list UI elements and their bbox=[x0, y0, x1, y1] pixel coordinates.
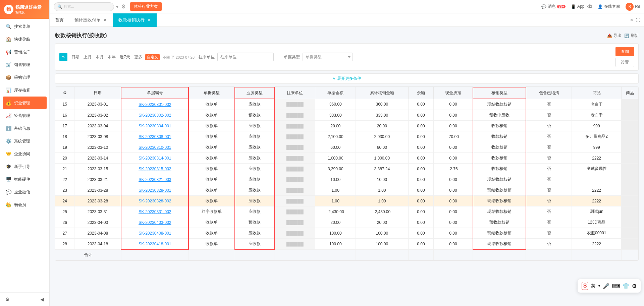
bill-no-link[interactable]: SK-20230304-001 bbox=[139, 124, 171, 128]
date-btn-this-year[interactable]: 本年 bbox=[106, 54, 117, 61]
float-mic-icon[interactable]: 🎤 bbox=[603, 283, 609, 289]
float-grid-icon[interactable]: ⚙ bbox=[632, 283, 637, 289]
bill-no-link[interactable]: SK-20230314-001 bbox=[139, 156, 171, 161]
sidebar-item-search[interactable]: 🔍 搜索菜单 bbox=[0, 20, 49, 33]
unit-filter-input[interactable] bbox=[217, 53, 274, 61]
bill-no-link[interactable]: SK-20230408-001 bbox=[139, 231, 171, 236]
cell-date: 2023-03-14 bbox=[74, 153, 121, 164]
cell-biz-type: 应收款 bbox=[235, 185, 274, 196]
sidebar-item-hardware[interactable]: 🖥️ 智能硬件 bbox=[0, 173, 49, 186]
sidebar-item-member[interactable]: 👑 畅会员 bbox=[0, 198, 49, 211]
cell-cumul-cancel: 20.00 bbox=[356, 121, 408, 131]
col-header-cancel-type[interactable]: 核销类型 bbox=[473, 87, 526, 99]
col-header-bill-type[interactable]: 单据类型 bbox=[189, 87, 235, 99]
bill-no-link[interactable]: SK-20230418-001 bbox=[139, 242, 171, 246]
col-header-date[interactable]: 日期 bbox=[74, 87, 121, 99]
float-s-icon[interactable]: S bbox=[582, 282, 589, 290]
sidebar-item-system[interactable]: ⚙️ 系统管理 bbox=[0, 135, 49, 147]
cell-bill-amount: -2,430.00 bbox=[315, 206, 356, 217]
collapse-icon[interactable]: ◀ bbox=[40, 297, 44, 302]
sidebar-item-finance[interactable]: 💰 资金管理 bbox=[3, 97, 47, 109]
cell-include-settled: 否 bbox=[526, 131, 572, 142]
float-shirt-icon[interactable]: 👕 bbox=[623, 283, 629, 289]
date-btn-more[interactable]: 更多 bbox=[133, 54, 144, 61]
bill-no-link[interactable]: SK-20230328-002 bbox=[139, 199, 171, 203]
date-btn-this-month[interactable]: 本月 bbox=[94, 54, 105, 61]
cell-cumul-cancel: 1.00 bbox=[356, 196, 408, 206]
sidebar-item-newbie[interactable]: 🎓 新手引导 bbox=[0, 160, 49, 173]
sidebar-item-basic[interactable]: ℹ️ 基础信息 bbox=[0, 122, 49, 135]
bill-no-link[interactable]: SK-20230301-002 bbox=[139, 102, 171, 107]
tab-home[interactable]: 首页 bbox=[50, 13, 69, 27]
cell-bill-amount: 100.00 bbox=[315, 228, 356, 239]
tab-receipt-exec[interactable]: 收款核销执行 ✕ bbox=[113, 13, 157, 27]
float-ying-icon[interactable]: 英 bbox=[591, 283, 595, 289]
date-btn-7days[interactable]: 近7天 bbox=[118, 54, 131, 61]
col-header-unit[interactable]: 往来单位 bbox=[274, 87, 315, 99]
expand-more-button[interactable]: ∨ 展开更多条件 bbox=[55, 73, 639, 84]
bill-no-link[interactable]: SK-20230302-002 bbox=[139, 113, 171, 118]
cell-unit: ██████ bbox=[274, 164, 315, 174]
export-button[interactable]: 📤 导出 bbox=[607, 33, 622, 39]
unit-more-icon[interactable]: ... bbox=[276, 55, 280, 59]
bill-no-link[interactable]: SK-20230308-001 bbox=[139, 134, 171, 139]
message-button[interactable]: 💬 消息 99+ bbox=[541, 4, 566, 9]
tab-maximize-icon[interactable]: ⛶ bbox=[636, 18, 640, 22]
filter-toggle-button[interactable]: » bbox=[59, 53, 67, 61]
col-header-balance[interactable]: 余额 bbox=[408, 87, 434, 99]
col-header-bill-amount[interactable]: 单据金额 bbox=[315, 87, 356, 99]
data-table: ⚙ 日期 单据编号 单据类型 业务类型 往来单位 单据金额 累计核销金额 余额 … bbox=[55, 87, 638, 260]
settings-icon[interactable]: ⚙ bbox=[5, 297, 10, 302]
filter-setting-button[interactable]: 设置 bbox=[615, 58, 634, 67]
float-dot-icon[interactable]: • bbox=[598, 283, 600, 289]
date-custom-button[interactable]: 自定义 bbox=[145, 54, 160, 60]
query-button[interactable]: 查询 bbox=[615, 47, 634, 56]
table-row: 25 2023-03-31 SK-20230331-002 红字收款单 应收款 … bbox=[55, 206, 638, 217]
tab-prepay[interactable]: 预计应收付单 ✕ bbox=[69, 13, 113, 27]
bill-no-link[interactable]: SK-20230328-001 bbox=[139, 188, 171, 193]
col-header-biz-type[interactable]: 业务类型 bbox=[235, 87, 274, 99]
bill-no-link[interactable]: SK-20230403-002 bbox=[139, 220, 171, 225]
bill-no-link[interactable]: SK-20230331-002 bbox=[139, 209, 171, 214]
col-header-product2[interactable]: 商品 bbox=[622, 87, 638, 99]
type-filter-select[interactable]: 单据类型 bbox=[303, 53, 353, 61]
date-btn-last-month[interactable]: 上月 bbox=[82, 54, 93, 61]
cell-product2 bbox=[622, 110, 638, 121]
sidebar-item-purchase[interactable]: 📦 采购管理 bbox=[0, 71, 49, 84]
bill-no-link[interactable]: SK-20230315-002 bbox=[139, 167, 171, 171]
col-header-cash-discount[interactable]: 现金折扣 bbox=[434, 87, 473, 99]
inventory-icon: 📊 bbox=[5, 87, 11, 93]
col-header-cumul-cancel[interactable]: 累计核销金额 bbox=[356, 87, 408, 99]
search-box[interactable]: 🔍 搜索... bbox=[54, 2, 114, 11]
online-service-button[interactable]: 👤 在线客服 bbox=[598, 4, 620, 9]
sidebar-item-operations[interactable]: 📈 经营管理 bbox=[0, 109, 49, 122]
cell-product: 2222 bbox=[572, 153, 622, 164]
sidebar-item-marketing[interactable]: 📢 营销推广 bbox=[0, 46, 49, 58]
basic-icon: ℹ️ bbox=[5, 125, 11, 131]
col-header-include-settled[interactable]: 包含已结清 bbox=[526, 87, 572, 99]
col-header-gear[interactable]: ⚙ bbox=[55, 87, 74, 99]
cell-balance: 0.00 bbox=[408, 131, 434, 142]
col-header-bill-no[interactable]: 单据编号 bbox=[121, 87, 189, 99]
user-avatar[interactable]: R Rit bbox=[626, 3, 640, 11]
member-icon: 👑 bbox=[5, 202, 11, 208]
sidebar-item-quicknav[interactable]: 🏠 快捷导航 bbox=[0, 33, 49, 46]
tab-close-icon[interactable]: ✕ bbox=[630, 18, 633, 22]
sidebar-item-inventory[interactable]: 📊 库存核算 bbox=[0, 84, 49, 97]
tab-receipt-close[interactable]: ✕ bbox=[147, 18, 151, 22]
solution-button[interactable]: 体验行业方案 bbox=[130, 2, 162, 11]
tab-prepay-close[interactable]: ✕ bbox=[103, 18, 107, 22]
bill-no-link[interactable]: SK-20230321-003 bbox=[139, 177, 171, 182]
float-keyboard-icon[interactable]: ⌨ bbox=[612, 283, 620, 289]
cell-include-settled: 否 bbox=[526, 206, 572, 217]
sidebar-item-label: 快捷导航 bbox=[14, 37, 30, 42]
search-dropdown-icon[interactable]: ▾ bbox=[116, 4, 118, 9]
bill-no-link[interactable]: SK-20230310-001 bbox=[139, 145, 171, 150]
sidebar-item-wechat[interactable]: 💬 企业微信 bbox=[0, 186, 49, 198]
sidebar-item-enterprise[interactable]: 🤝 企业协同 bbox=[0, 147, 49, 160]
app-download-button[interactable]: 📱 App下载 bbox=[571, 4, 592, 9]
settings-gear-icon[interactable]: ⚙ bbox=[121, 3, 126, 10]
sidebar-item-sales[interactable]: 🛒 销售管理 bbox=[0, 58, 49, 71]
refresh-button[interactable]: 🔄 刷新 bbox=[624, 33, 639, 39]
col-header-product[interactable]: 商品 bbox=[572, 87, 622, 99]
